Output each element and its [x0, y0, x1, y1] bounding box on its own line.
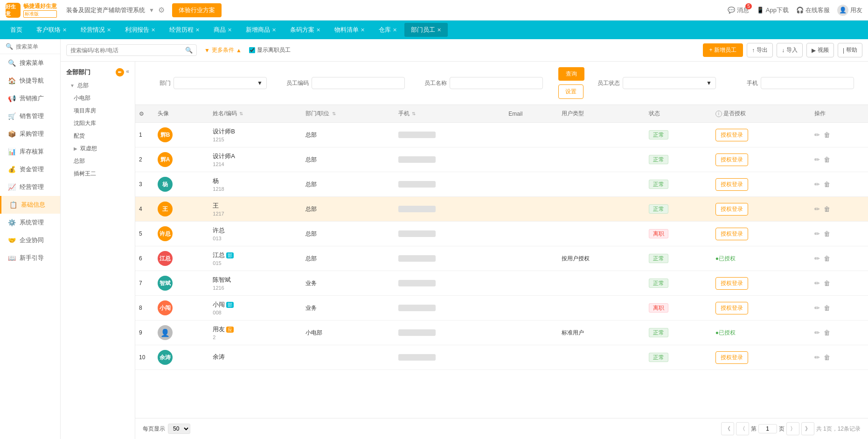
- dept-edit-icon[interactable]: ✏: [116, 68, 124, 77]
- page-input[interactable]: [758, 424, 777, 433]
- sidebar-item-system[interactable]: ⚙️系统管理: [0, 214, 60, 231]
- more-filters-btn[interactable]: ▼ 更多条件 ▲: [201, 46, 245, 54]
- tab-close-icon[interactable]: ✕: [62, 27, 67, 33]
- setting-button[interactable]: 设置: [558, 84, 583, 99]
- tab-close-icon[interactable]: ✕: [316, 27, 320, 33]
- dept-tree-item[interactable]: 沈阳大库: [61, 117, 135, 130]
- edit-icon[interactable]: ✏: [814, 304, 820, 312]
- filter-phone-input[interactable]: [761, 77, 854, 89]
- delete-icon[interactable]: 🗑: [824, 255, 830, 262]
- tab-close-icon[interactable]: ✕: [437, 27, 441, 33]
- settings-icon[interactable]: ⚙: [158, 6, 165, 14]
- tab-close-icon[interactable]: ✕: [151, 27, 155, 33]
- delete-icon[interactable]: 🗑: [824, 205, 830, 213]
- sidebar-item-operations[interactable]: 📈经营管理: [0, 178, 60, 196]
- delete-icon[interactable]: 🗑: [824, 230, 830, 237]
- nav-tab-部门员工[interactable]: 部门员工 ✕: [404, 23, 448, 37]
- nav-tab-经营情况[interactable]: 经营情况 ✕: [74, 23, 118, 37]
- col-dept[interactable]: 部门/职位 ⇅: [302, 105, 395, 123]
- nav-tab-物料清单[interactable]: 物料清单 ✕: [328, 23, 371, 37]
- sidebar-item-finance[interactable]: 💰资金管理: [0, 160, 60, 178]
- authorize-button[interactable]: 授权登录: [715, 153, 748, 166]
- view-button[interactable]: ▶ 视频: [806, 43, 834, 57]
- export-button[interactable]: ↑ 导出: [747, 43, 773, 57]
- show-departed-checkbox[interactable]: [249, 47, 255, 53]
- edit-icon[interactable]: ✏: [814, 205, 820, 213]
- next-page-btn[interactable]: 〉: [786, 422, 799, 435]
- authorize-button[interactable]: 授权登录: [715, 351, 748, 364]
- filter-name-input[interactable]: [450, 77, 543, 89]
- app-download-btn[interactable]: 📱 App下载: [757, 6, 789, 14]
- trial-button[interactable]: 体验行业方案: [172, 3, 222, 17]
- service-btn[interactable]: 🎧 在线客服: [796, 6, 830, 14]
- edit-icon[interactable]: ✏: [814, 230, 820, 237]
- col-settings[interactable]: ⚙: [135, 105, 154, 123]
- sidebar-item-collab[interactable]: 🤝企业协同: [0, 231, 60, 249]
- tab-close-icon[interactable]: ✕: [272, 27, 276, 33]
- delete-icon[interactable]: 🗑: [824, 354, 830, 361]
- help-button[interactable]: | 帮助: [838, 43, 862, 57]
- col-phone[interactable]: 手机 ⇅: [395, 105, 505, 123]
- nav-tab-新增商品[interactable]: 新增商品 ✕: [239, 23, 283, 37]
- tab-close-icon[interactable]: ✕: [228, 27, 232, 33]
- search-input[interactable]: [70, 47, 182, 54]
- authorize-button[interactable]: 授权登录: [715, 228, 748, 240]
- message-btn[interactable]: 💬 消息 5: [728, 6, 749, 14]
- dept-tree-item[interactable]: 配货: [61, 130, 135, 142]
- filter-status-select[interactable]: ▼: [623, 77, 716, 89]
- dept-tree-item[interactable]: 总部: [61, 155, 135, 167]
- edit-icon[interactable]: ✏: [814, 181, 820, 188]
- search-button[interactable]: 查询: [558, 67, 584, 81]
- sidebar-item-search[interactable]: 🔍搜索菜单: [0, 54, 60, 72]
- nav-tab-利润报告[interactable]: 利润报告 ✕: [118, 23, 162, 37]
- system-dropdown-icon[interactable]: ▼: [149, 7, 154, 14]
- edit-icon[interactable]: ✏: [814, 131, 820, 139]
- delete-icon[interactable]: 🗑: [824, 304, 830, 312]
- tab-close-icon[interactable]: ✕: [107, 27, 111, 33]
- edit-icon[interactable]: ✏: [814, 279, 820, 287]
- nav-tab-仓库[interactable]: 仓库 ✕: [372, 23, 403, 37]
- sidebar-item-purchase[interactable]: 📦采购管理: [0, 125, 60, 143]
- authorize-button[interactable]: 授权登录: [715, 302, 748, 314]
- edit-icon[interactable]: ✏: [814, 156, 820, 163]
- filter-dept-select[interactable]: ▼: [174, 77, 267, 89]
- sidebar-item-inventory[interactable]: 📊库存核算: [0, 143, 60, 160]
- prev-page-btn[interactable]: 〈: [736, 422, 749, 435]
- tab-close-icon[interactable]: ✕: [195, 27, 200, 33]
- dept-tree-item[interactable]: 项目库房: [61, 105, 135, 117]
- tab-close-icon[interactable]: ✕: [393, 27, 397, 33]
- sidebar-search-input[interactable]: [16, 43, 53, 50]
- sidebar-item-quick[interactable]: 🏠快捷导航: [0, 72, 60, 90]
- import-button[interactable]: ↓ 导入: [777, 43, 803, 57]
- dept-tree-item[interactable]: ▶双虚想: [61, 142, 135, 155]
- nav-tab-条码方案[interactable]: 条码方案 ✕: [284, 23, 327, 37]
- authorize-button[interactable]: 授权登录: [715, 178, 748, 191]
- tab-close-icon[interactable]: ✕: [361, 27, 365, 33]
- authorize-button[interactable]: 授权登录: [715, 203, 748, 216]
- col-name[interactable]: 姓名/编码 ⇅: [209, 105, 302, 123]
- filter-code-input[interactable]: [312, 77, 405, 89]
- delete-icon[interactable]: 🗑: [824, 131, 830, 139]
- sidebar-item-marketing[interactable]: 📢营销推广: [0, 90, 60, 107]
- dept-tree-item[interactable]: 插树王二: [61, 167, 135, 180]
- nav-tab-首页[interactable]: 首页: [4, 23, 29, 37]
- last-page-btn[interactable]: 》: [801, 422, 814, 435]
- delete-icon[interactable]: 🗑: [824, 181, 830, 188]
- authorize-button[interactable]: 授权登录: [715, 277, 748, 290]
- dept-collapse-icon[interactable]: «: [126, 68, 129, 77]
- dept-tree-item[interactable]: 小电部: [61, 92, 135, 105]
- delete-icon[interactable]: 🗑: [824, 279, 830, 287]
- sidebar-item-basic[interactable]: 📋基础信息: [0, 196, 60, 214]
- nav-tab-经营历程[interactable]: 经营历程 ✕: [163, 23, 206, 37]
- page-size-select[interactable]: 50: [168, 424, 190, 434]
- show-departed-toggle[interactable]: 显示离职员工: [249, 46, 291, 54]
- edit-icon[interactable]: ✏: [814, 354, 820, 361]
- add-employee-button[interactable]: + 新增员工: [703, 43, 743, 57]
- delete-icon[interactable]: 🗑: [824, 329, 830, 336]
- first-page-btn[interactable]: 《: [721, 422, 734, 435]
- user-btn[interactable]: 👤 用友: [837, 5, 862, 16]
- edit-icon[interactable]: ✏: [814, 255, 820, 262]
- delete-icon[interactable]: 🗑: [824, 156, 830, 163]
- sidebar-item-sales[interactable]: 🛒销售管理: [0, 107, 60, 125]
- nav-tab-客户联络[interactable]: 客户联络 ✕: [30, 23, 73, 37]
